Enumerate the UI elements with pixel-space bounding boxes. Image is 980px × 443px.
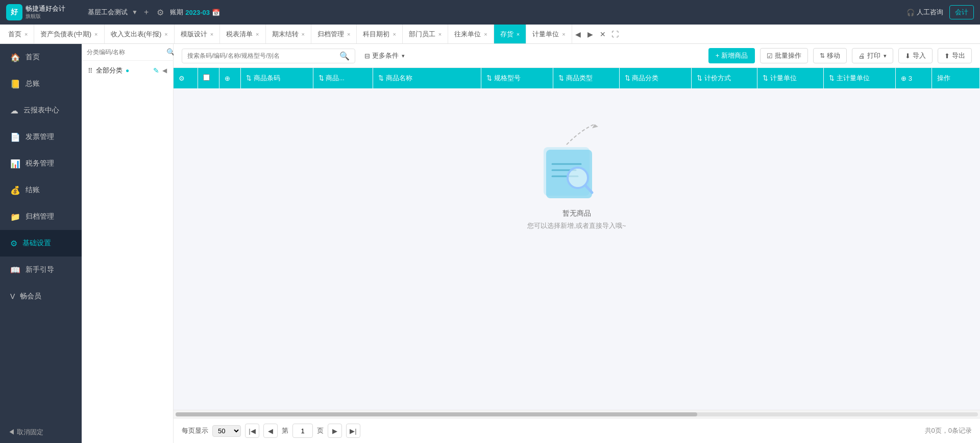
tab-close-icon[interactable]: × xyxy=(94,31,97,37)
tab-close-icon[interactable]: × xyxy=(517,31,520,37)
tab-homepage[interactable]: 首页 × xyxy=(2,25,34,44)
tab-close-icon[interactable]: × xyxy=(562,31,565,37)
tab-close-icon[interactable]: × xyxy=(393,31,396,37)
page-suffix: 页 xyxy=(317,426,324,435)
settings-icon[interactable]: ⚙ xyxy=(157,8,164,17)
sidebar-item-close-account[interactable]: 💰 结账 xyxy=(0,177,82,203)
per-page-select[interactable]: 50 100 200 xyxy=(212,425,241,437)
sidebar-label: 首页 xyxy=(26,53,40,62)
tab-close-icon[interactable]: × xyxy=(164,31,167,37)
sidebar-item-member[interactable]: V 畅会员 xyxy=(0,283,82,310)
th-col3[interactable]: ⊕ 3 xyxy=(896,68,932,88)
th-type[interactable]: ⇅ 商品类型 xyxy=(553,68,619,88)
last-page-btn[interactable]: ▶| xyxy=(346,424,360,438)
ledger-icon: 📒 xyxy=(10,79,20,89)
tab-unit[interactable]: 计量单位 × xyxy=(526,25,572,44)
move-btn[interactable]: ⇅ 移动 xyxy=(813,48,847,63)
th-main-unit[interactable]: ⇅ 主计量单位 xyxy=(823,68,895,88)
close-account-icon: 💰 xyxy=(10,185,20,195)
category-search-input[interactable] xyxy=(87,49,163,56)
tab-expand-btn[interactable]: ⛶ xyxy=(609,25,621,44)
batch-op-btn[interactable]: ☑ 批量操作 xyxy=(760,48,808,63)
sidebar-item-invoice[interactable]: 📄 发票管理 xyxy=(0,124,82,150)
tab-taxlist[interactable]: 税表清单 × xyxy=(220,25,265,44)
category-all[interactable]: ⠿ 全部分类 ● ✎ ◀ xyxy=(82,61,173,80)
category-edit-icon[interactable]: ✎ xyxy=(153,66,159,75)
document-bg xyxy=(541,145,597,201)
sidebar-item-archive[interactable]: 📁 归档管理 xyxy=(0,203,82,230)
sidebar-item-guide[interactable]: 📖 新手引导 xyxy=(0,257,82,283)
logo-area: 好 畅捷通好会计 旗舰版 xyxy=(6,4,88,20)
tab-close-icon[interactable]: × xyxy=(210,31,213,37)
tab-label: 税表清单 xyxy=(226,30,253,39)
category-search-box: 🔍 xyxy=(82,44,173,61)
tab-subject-init[interactable]: 科目期初 × xyxy=(357,25,402,44)
th-name[interactable]: ⇅ 商品名称 xyxy=(373,68,481,88)
category-collapse-icon[interactable]: ◀ xyxy=(162,67,167,74)
print-btn[interactable]: 🖨 打印 ▾ xyxy=(852,48,893,63)
page-number-input[interactable] xyxy=(292,424,313,438)
tab-template[interactable]: 模版设计 × xyxy=(175,25,220,44)
calendar-icon[interactable]: 📅 xyxy=(212,9,220,16)
select-all-checkbox[interactable] xyxy=(203,74,210,81)
th-code[interactable]: ⇅ 商品... xyxy=(313,68,373,88)
tab-archive[interactable]: 归档管理 × xyxy=(311,25,357,44)
first-page-btn[interactable]: |◀ xyxy=(245,424,259,438)
sidebar-item-ledger[interactable]: 📒 总账 xyxy=(0,71,82,97)
scrollbar-thumb[interactable] xyxy=(176,412,697,416)
th-settings[interactable]: ⚙ xyxy=(174,68,198,88)
tab-dept-staff[interactable]: 部门员工 × xyxy=(403,25,448,44)
scrollbar-track[interactable] xyxy=(176,412,978,416)
th-spec[interactable]: ⇅ 规格型号 xyxy=(481,68,553,88)
sidebar-item-tax[interactable]: 📊 税务管理 xyxy=(0,150,82,177)
page-label: 第 xyxy=(282,426,288,435)
scrollbar-area[interactable] xyxy=(174,410,980,418)
tab-period-end[interactable]: 期末结转 × xyxy=(266,25,311,44)
tab-close-icon[interactable]: × xyxy=(484,31,487,37)
kuaiji-btn[interactable]: 会计 xyxy=(949,5,974,19)
tab-label: 归档管理 xyxy=(317,30,344,39)
th-price-method[interactable]: ⇅ 计价方式 xyxy=(691,68,757,88)
checkbox-icon: ☑ xyxy=(767,52,773,60)
period-value[interactable]: 2023-03 xyxy=(185,9,210,16)
tab-next-btn[interactable]: ▶ xyxy=(584,25,597,44)
toolbar-search-input[interactable] xyxy=(187,52,336,59)
tab-balance-sheet[interactable]: 资产负债表(中期) × xyxy=(34,25,104,44)
next-page-btn[interactable]: ▶ xyxy=(328,424,342,438)
tab-close-icon[interactable]: × xyxy=(24,31,28,37)
tab-close-icon[interactable]: × xyxy=(438,31,442,37)
th-unit[interactable]: ⇅ 计量单位 xyxy=(757,68,823,88)
import-btn[interactable]: ⬇ 导入 xyxy=(898,48,933,63)
sidebar-unpin-btn[interactable]: ◀ 取消固定 xyxy=(0,422,82,443)
tab-close-icon[interactable]: × xyxy=(302,31,305,37)
tab-close-icon[interactable]: × xyxy=(256,31,259,37)
sidebar-label: 发票管理 xyxy=(26,132,54,142)
sidebar-item-home[interactable]: 🏠 首页 xyxy=(0,44,82,71)
sidebar-item-settings[interactable]: ⚙ 基础设置 xyxy=(0,230,82,257)
add-product-btn[interactable]: + 新增商品 xyxy=(708,48,755,63)
company-dropdown-icon[interactable]: ▼ xyxy=(132,9,138,16)
sidebar-item-cloud[interactable]: ☁ 云报表中心 xyxy=(0,97,82,124)
tab-contacts[interactable]: 往来单位 × xyxy=(448,25,494,44)
sidebar-label: 归档管理 xyxy=(26,212,54,221)
tab-prev-btn[interactable]: ◀ xyxy=(572,25,584,44)
tab-income[interactable]: 收入支出表(年报) × xyxy=(105,25,175,44)
add-icon[interactable]: + xyxy=(144,8,149,17)
prev-page-btn[interactable]: ◀ xyxy=(263,424,278,438)
header-center: 基层工会测试 ▼ + ⚙ 账期 2023-03 📅 xyxy=(88,8,906,17)
help-btn[interactable]: 🎧 人工咨询 xyxy=(906,8,943,17)
toolbar-search-icon[interactable]: 🔍 xyxy=(339,51,350,61)
th-barcode[interactable]: ⇅ 商品条码 xyxy=(241,68,313,88)
export-btn[interactable]: ⬆ 导出 xyxy=(938,48,972,63)
tab-close-all-btn[interactable]: ✕ xyxy=(597,25,609,44)
filter-btn[interactable]: ⊟ 更多条件 ▾ xyxy=(360,49,409,62)
tab-inventory[interactable]: 存货 × xyxy=(494,25,526,44)
filter-icon: ⊟ xyxy=(364,52,370,60)
th-checkbox[interactable] xyxy=(198,68,219,88)
sidebar-label: 新手引导 xyxy=(26,265,54,274)
th-category[interactable]: ⇅ 商品分类 xyxy=(619,68,691,88)
logo-text-block: 畅捷通好会计 旗舰版 xyxy=(26,5,65,20)
tab-close-icon[interactable]: × xyxy=(347,31,350,37)
th-expand[interactable]: ⊕ xyxy=(219,68,240,88)
company-name[interactable]: 基层工会测试 xyxy=(88,8,128,17)
